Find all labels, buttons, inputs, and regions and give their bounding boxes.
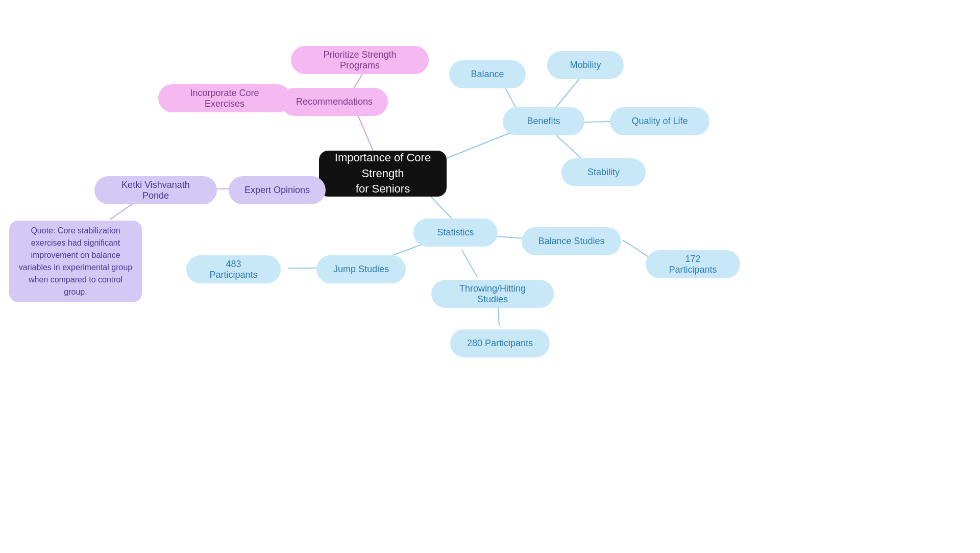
benefits-label: Benefits: [527, 116, 560, 127]
quote-label: Quote: Core stabilization exercises had …: [18, 225, 133, 298]
balance-node: Balance: [449, 60, 526, 88]
participants172-node: 172 Participants: [646, 250, 740, 278]
incorporate-label: Incorporate Core Exercises: [173, 88, 277, 109]
statistics-node: Statistics: [413, 219, 498, 247]
balancestudies-node: Balance Studies: [522, 227, 621, 255]
stability-node: Stability: [561, 158, 646, 186]
jumpstudies-label: Jump Studies: [333, 264, 389, 275]
svg-line-16: [462, 250, 477, 277]
benefits-node: Benefits: [503, 107, 584, 135]
mobility-node: Mobility: [547, 51, 624, 79]
jumpstudies-node: Jump Studies: [316, 255, 406, 283]
svg-line-8: [554, 76, 582, 110]
stability-label: Stability: [587, 167, 620, 178]
incorporate-node: Incorporate Core Exercises: [158, 84, 291, 112]
qualityoflife-node: Quality of Life: [610, 107, 709, 135]
ketki-label: Ketki Vishvanath Ponde: [109, 180, 203, 201]
mobility-label: Mobility: [570, 60, 601, 70]
prioritize-node: Prioritize Strength Programs: [291, 46, 429, 74]
participants280-label: 280 Participants: [467, 338, 533, 349]
balance-label: Balance: [471, 69, 504, 80]
statistics-label: Statistics: [437, 227, 474, 238]
center-node: Importance of Core Strength for Seniors: [319, 151, 447, 197]
ketki-node: Ketki Vishvanath Ponde: [94, 176, 217, 204]
prioritize-label: Prioritize Strength Programs: [305, 50, 414, 71]
expert-label: Expert Opinions: [244, 185, 310, 196]
recommendations-node: Recommendations: [281, 88, 388, 116]
svg-line-6: [447, 133, 510, 158]
expert-node: Expert Opinions: [229, 176, 326, 204]
participants280-node: 280 Participants: [450, 329, 550, 357]
throwinghitting-node: Throwing/Hitting Studies: [431, 280, 554, 308]
participants483-label: 483 Participants: [201, 259, 266, 280]
center-label: Importance of Core Strength for Seniors: [319, 150, 447, 197]
recommendations-label: Recommendations: [296, 97, 373, 107]
balancestudies-label: Balance Studies: [538, 236, 604, 247]
participants483-node: 483 Participants: [186, 255, 281, 283]
qualityoflife-label: Quality of Life: [631, 116, 688, 127]
quote-node: Quote: Core stabilization exercises had …: [9, 221, 142, 302]
participants172-label: 172 Participants: [660, 254, 726, 275]
throwinghitting-label: Throwing/Hitting Studies: [446, 283, 540, 305]
